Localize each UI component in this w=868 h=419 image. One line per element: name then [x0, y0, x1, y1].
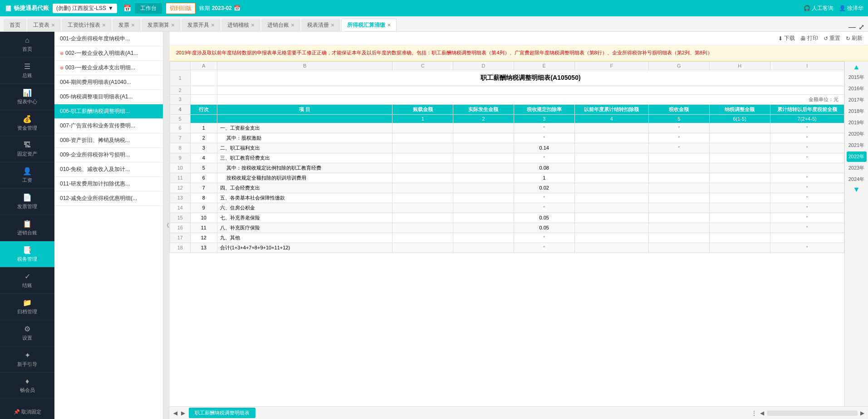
cell-g[interactable]: *	[649, 133, 710, 143]
cell-d[interactable]	[453, 173, 514, 183]
tab-purchase-verify[interactable]: 进销稽核 ✕	[221, 19, 260, 31]
sheet-container[interactable]: A B C D E F G H I	[170, 61, 844, 406]
cell-d[interactable]	[453, 213, 514, 223]
hscroll-left[interactable]: ◀	[760, 410, 764, 416]
hscroll-right[interactable]: ▶	[860, 410, 864, 416]
cell-i[interactable]: *	[770, 143, 844, 153]
tab-income-tax[interactable]: 所得税汇算清缴 ✕	[341, 19, 397, 31]
refresh-button[interactable]: ↻ 刷新	[846, 34, 863, 42]
cell-d[interactable]	[453, 133, 514, 143]
cell-i[interactable]	[770, 163, 844, 173]
tab-invoice-open[interactable]: 发票开具 ✕	[181, 19, 221, 31]
cell-g[interactable]	[649, 213, 710, 223]
cell-f[interactable]	[574, 223, 648, 233]
cell-d[interactable]	[453, 203, 514, 213]
cell-h[interactable]	[709, 183, 770, 193]
cell-label[interactable]: 二、职工福利支出	[217, 143, 392, 153]
cell-label[interactable]: 一、工资薪金支出	[217, 123, 392, 133]
year-scroll-up[interactable]: ▲	[853, 63, 860, 71]
cell-c[interactable]	[392, 193, 453, 203]
cell-f[interactable]	[574, 193, 648, 203]
sidebar-item-home[interactable]: ⌂ 首页	[0, 32, 54, 58]
cell-g[interactable]: *	[649, 123, 710, 133]
tab-home[interactable]: 首页	[4, 19, 26, 31]
cell-e[interactable]: 0.08	[514, 163, 574, 173]
year-2016[interactable]: 2016年	[847, 83, 867, 94]
maximize-icon[interactable]: ⤢	[858, 23, 864, 31]
tree-item-010[interactable]: 010-免税、减收收入及加计...	[54, 162, 163, 177]
tree-item-003[interactable]: ⊗ 003-一般企业成本支出明细...	[54, 61, 163, 75]
cell-e[interactable]: *	[514, 133, 574, 143]
sidebar-item-report[interactable]: 📊 报表中心	[0, 84, 54, 110]
cell-c[interactable]	[392, 243, 453, 253]
cell-seq[interactable]: 8	[190, 193, 217, 203]
sidebar-item-general-ledger[interactable]: ☰ 总账	[0, 58, 54, 84]
cell-i[interactable]: *	[770, 153, 844, 163]
switch-version-button[interactable]: 切到旧版	[166, 3, 196, 14]
close-icon[interactable]: ✕	[51, 23, 55, 28]
close-icon[interactable]: ✕	[171, 23, 175, 28]
cell-f[interactable]	[574, 213, 648, 223]
calendar-icon[interactable]: 📅	[123, 5, 131, 12]
cell-g[interactable]	[649, 173, 710, 183]
cell-c[interactable]	[392, 133, 453, 143]
tree-item-008[interactable]: 008-资产折旧、摊销及纳税...	[54, 133, 163, 148]
cell-g[interactable]	[649, 243, 710, 253]
cell-g[interactable]: *	[649, 143, 710, 153]
cancel-fixed-button[interactable]: 📌 取消固定	[4, 409, 51, 415]
sheet-scroll-right[interactable]: ▶	[181, 410, 185, 416]
cell-e[interactable]: *	[514, 243, 574, 253]
cell-f[interactable]	[574, 243, 648, 253]
reset-button[interactable]: ↺ 重置	[824, 34, 840, 42]
cell-i[interactable]: *	[770, 133, 844, 143]
cell-f[interactable]	[574, 173, 648, 183]
cell-seq[interactable]: 1	[190, 123, 217, 133]
cell-h[interactable]	[709, 123, 770, 133]
cell-d[interactable]	[453, 163, 514, 173]
cell-e[interactable]: 0.02	[514, 183, 574, 193]
cell-seq[interactable]: 13	[190, 243, 217, 253]
cell-seq[interactable]: 6	[190, 173, 217, 183]
cell-f[interactable]	[574, 153, 648, 163]
year-2015[interactable]: 2015年	[847, 72, 867, 83]
cell-label[interactable]: 合计(1+3+4+7+8+9+10+11+12)	[217, 243, 392, 253]
cell-c[interactable]	[392, 223, 453, 233]
cell-i[interactable]: *	[770, 203, 844, 213]
tree-item-012[interactable]: 012-减免企业所得税优惠明细(...	[54, 191, 163, 206]
year-scroll-down[interactable]: ▼	[853, 185, 860, 194]
cell-f[interactable]	[574, 133, 648, 143]
cell-g[interactable]	[649, 223, 710, 233]
sidebar-item-vip[interactable]: ♦ 畅会员	[0, 373, 54, 399]
cell-c[interactable]	[392, 123, 453, 133]
cell-label[interactable]: 七、补充养老保险	[217, 213, 392, 223]
cell-g[interactable]	[649, 163, 710, 173]
cell-d[interactable]	[453, 153, 514, 163]
cell-g[interactable]	[649, 203, 710, 213]
download-button[interactable]: ⬇ 下载	[778, 34, 795, 42]
cell-label[interactable]: 八、补充医疗保险	[217, 223, 392, 233]
sidebar-item-fixed-asset[interactable]: 🏗 固定资产	[0, 136, 54, 162]
tab-purchase-ledger[interactable]: 进销台账 ✕	[261, 19, 300, 31]
cell-h[interactable]	[709, 193, 770, 203]
year-2021[interactable]: 2021年	[847, 140, 867, 151]
sidebar-item-payroll[interactable]: 👤 工资	[0, 162, 54, 189]
year-2018[interactable]: 2018年	[847, 106, 867, 117]
cell-c[interactable]	[392, 153, 453, 163]
cell-seq[interactable]: 3	[190, 143, 217, 153]
sidebar-item-archive[interactable]: 📁 归档管理	[0, 294, 54, 320]
sheet-more-options[interactable]: ⋮	[751, 409, 757, 417]
cell-e[interactable]: 0.05	[514, 223, 574, 233]
sidebar-item-settings[interactable]: ⚙ 设置	[0, 320, 54, 346]
cell-seq[interactable]: 9	[190, 203, 217, 213]
sidebar-item-sales-ledger[interactable]: 📋 进销台账	[0, 215, 54, 241]
cell-label[interactable]: 六、住房公积金	[217, 203, 392, 213]
tree-item-005[interactable]: 005-纳税调整项目明细表(A1...	[54, 90, 163, 104]
sidebar-item-closing[interactable]: ✓ 结账	[0, 268, 54, 294]
cell-label[interactable]: 四、工会经费支出	[217, 183, 392, 193]
cell-h[interactable]	[709, 133, 770, 143]
cell-c[interactable]	[392, 163, 453, 173]
close-icon[interactable]: ✕	[291, 23, 294, 28]
cell-c[interactable]	[392, 213, 453, 223]
collapse-button[interactable]: 《	[163, 32, 170, 419]
cell-d[interactable]	[453, 143, 514, 153]
